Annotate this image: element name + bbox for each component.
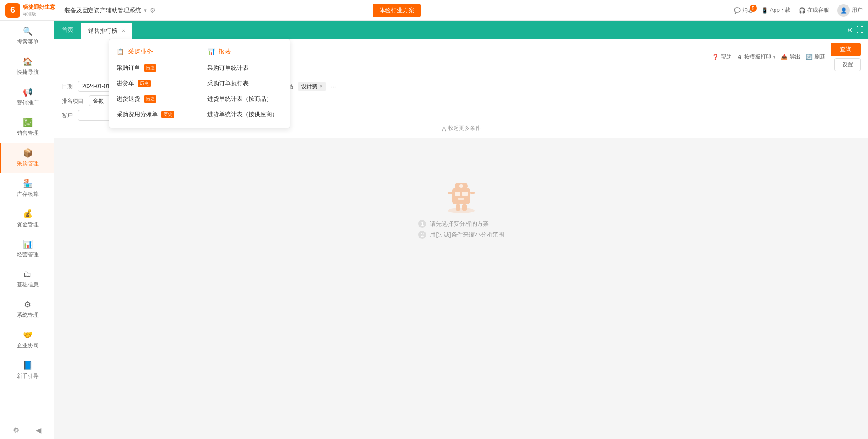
tab-home[interactable]: 首页: [54, 21, 81, 39]
dropdown-item-expense[interactable]: 采购费用分摊单 历史: [109, 107, 200, 122]
sidebar-item-label: 采购管理: [17, 160, 39, 168]
print-chevron-icon: ▾: [773, 54, 775, 59]
sidebar-item-guide[interactable]: 📘 新手引导: [0, 355, 54, 385]
sidebar-item-label: 销售管理: [17, 129, 39, 137]
phone-icon: 📱: [761, 7, 768, 14]
user-name: 用户: [852, 6, 863, 14]
reports-col-icon: 📊: [207, 48, 215, 55]
refresh-btn[interactable]: 🔄 刷新: [806, 53, 825, 61]
svg-rect-4: [458, 198, 464, 200]
sidebar-item-label: 新手引导: [17, 372, 39, 380]
guide-icon: 📘: [23, 360, 33, 370]
collapse-chevron-icon: ⋀: [442, 125, 446, 132]
app-download-btn[interactable]: 📱 App下载: [761, 6, 790, 14]
sidebar-item-base-info[interactable]: 🗂 基础信息: [0, 264, 54, 294]
tab-sales-rank[interactable]: 销售排行榜 ×: [81, 23, 132, 39]
online-service-btn[interactable]: 🎧 在线客服: [799, 6, 829, 14]
message-icon: 💬: [734, 7, 741, 14]
sidebar-item-label: 营销推广: [17, 99, 39, 107]
sidebar-item-system[interactable]: ⚙ 系统管理: [0, 294, 54, 325]
user-area[interactable]: 👤 用户: [837, 4, 863, 17]
goods-dots[interactable]: ···: [331, 83, 336, 90]
dropdown-overlay: 📋 采购业务 采购订单 历史 进货单 历史 进货退货 历史: [109, 39, 290, 128]
dropdown-item-purchase-order[interactable]: 采购订单 历史: [109, 60, 200, 76]
topbar-right: 💬 消息 5 📱 App下载 🎧 在线客服 👤 用户: [734, 4, 863, 17]
system-chevron-icon[interactable]: ▾: [144, 7, 147, 14]
system-name: 装备及固定资产辅助管理系统: [64, 6, 141, 15]
hist-badge-3: 历史: [161, 111, 174, 118]
sidebar: 🔍 搜索菜单 🏠 快捷导航 📢 营销推广 💹 销售管理 📦 采购管理 🏪 库存核…: [0, 21, 54, 439]
customer-label: 客户: [62, 112, 73, 119]
sidebar-item-enterprise[interactable]: 🤝 企业协同: [0, 325, 54, 355]
system-icon: ⚙: [24, 300, 31, 310]
dropdown-menu: 📋 采购业务 采购订单 历史 进货单 历史 进货退货 历史: [109, 39, 290, 128]
dropdown-item-report-0[interactable]: 采购订单统计表: [200, 60, 290, 76]
sidebar-item-quick-nav[interactable]: 🏠 快捷导航: [0, 51, 54, 82]
sidebar-item-sales[interactable]: 💹 销售管理: [0, 112, 54, 143]
sidebar-item-label: 基础信息: [17, 281, 39, 289]
sidebar-bottom: ⚙ ◀: [0, 421, 54, 439]
headset-icon: 🎧: [799, 7, 805, 14]
set-btn[interactable]: 设置: [834, 58, 861, 71]
sidebar-item-label: 快捷导航: [17, 69, 39, 76]
help-icon: ❓: [712, 54, 719, 60]
sidebar-item-finance[interactable]: 💰 资金管理: [0, 203, 54, 234]
tab-bar-close-btn[interactable]: ✕: [847, 26, 853, 35]
message-btn[interactable]: 💬 消息 5: [734, 6, 753, 14]
topbar: 6 畅捷通好生意 标准版 装备及固定资产辅助管理系统 ▾ ⚙ 体验行业方案 💬 …: [0, 0, 868, 21]
help-btn[interactable]: ❓ 帮助: [712, 53, 731, 61]
sidebar-settings-icon[interactable]: ⚙: [13, 426, 19, 434]
dropdown-col-purchase-header: 📋 采购业务: [109, 45, 200, 60]
svg-rect-5: [448, 192, 452, 194]
main-layout: 🔍 搜索菜单 🏠 快捷导航 📢 营销推广 💹 销售管理 📦 采购管理 🏪 库存核…: [0, 21, 868, 439]
svg-rect-2: [455, 192, 460, 196]
dropdown-item-return[interactable]: 进货退货 历史: [109, 91, 200, 107]
empty-state: 1 请先选择要分析的方案 2 用[过滤]条件来缩小分析范围: [54, 138, 868, 275]
sidebar-item-label: 搜索菜单: [17, 38, 39, 46]
query-btn[interactable]: 查询: [831, 43, 861, 56]
sidebar-collapse-icon[interactable]: ◀: [36, 426, 41, 434]
megaphone-icon: 📢: [23, 87, 33, 97]
empty-hint-1: 1 请先选择要分析的方案: [418, 220, 504, 228]
date-start: 2024-01-01: [82, 83, 110, 89]
sidebar-item-operations[interactable]: 📊 经营管理: [0, 234, 54, 264]
tab-bar: 首页 销售排行榜 × ✕ ⛶: [54, 21, 868, 39]
sidebar-item-label: 企业协同: [17, 342, 39, 350]
svg-point-0: [448, 208, 475, 213]
sidebar-item-inventory[interactable]: 🏪 库存核算: [0, 173, 54, 203]
dropdown-item-report-3[interactable]: 进货单统计表（按供应商）: [200, 107, 290, 122]
sidebar-item-marketing[interactable]: 📢 营销推广: [0, 82, 54, 112]
dropdown-col-purchase: 📋 采购业务 采购订单 历史 进货单 历史 进货退货 历史: [109, 39, 200, 128]
print-icon: 🖨: [737, 54, 742, 60]
dropdown-item-report-2[interactable]: 进货单统计表（按商品）: [200, 91, 290, 107]
goods-tag-close[interactable]: ×: [319, 83, 322, 89]
settings-icon[interactable]: ⚙: [150, 6, 156, 15]
rank-label: 排名项目: [62, 97, 83, 105]
industry-btn[interactable]: 体验行业方案: [373, 4, 421, 17]
user-avatar: 👤: [837, 4, 850, 17]
date-label: 日期: [62, 83, 73, 90]
sidebar-item-label: 资金管理: [17, 221, 39, 228]
empty-hint: 1 请先选择要分析的方案 2 用[过滤]条件来缩小分析范围: [418, 220, 504, 239]
goods-tag: 设计费 ×: [298, 82, 325, 91]
dropdown-item-incoming[interactable]: 进货单 历史: [109, 76, 200, 91]
sidebar-item-label: 库存核算: [17, 190, 39, 198]
message-badge: 5: [750, 5, 757, 12]
sidebar-item-search[interactable]: 🔍 搜索菜单: [0, 21, 54, 51]
tab-bar-expand-btn[interactable]: ⛶: [856, 26, 863, 34]
tab-close-icon[interactable]: ×: [122, 28, 125, 34]
svg-point-10: [459, 184, 463, 188]
export-btn[interactable]: 📤 导出: [781, 53, 800, 61]
logo: 6 畅捷通好生意 标准版: [5, 3, 60, 18]
tab-bar-right: ✕ ⛶: [847, 26, 868, 35]
refresh-icon: 🔄: [806, 54, 813, 60]
base-info-icon: 🗂: [24, 270, 32, 279]
sidebar-item-purchase[interactable]: 📦 采购管理: [0, 143, 54, 173]
logo-icon: 6: [5, 3, 20, 18]
empty-illustration: [439, 174, 484, 215]
operations-icon: 📊: [23, 239, 33, 249]
print-btn[interactable]: 🖨 按模板打印 ▾: [737, 53, 775, 61]
dropdown-item-report-1[interactable]: 采购订单执行表: [200, 76, 290, 91]
sidebar-item-label: 系统管理: [17, 311, 39, 319]
sidebar-item-label: 经营管理: [17, 251, 39, 259]
